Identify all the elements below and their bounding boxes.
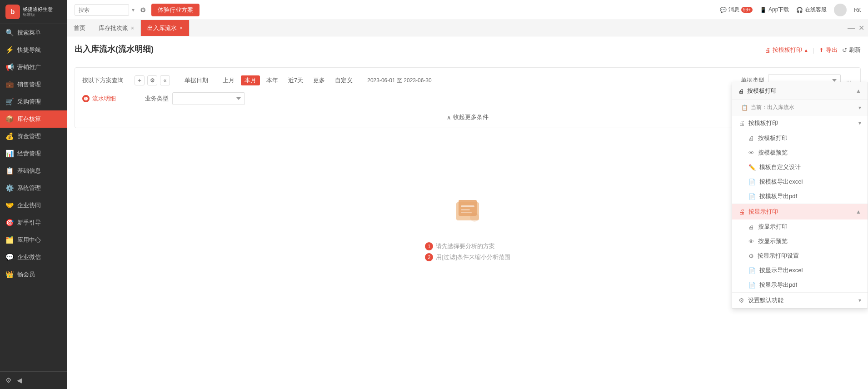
dp-display-section-label: 🖨 按显示打印 [738,208,778,216]
dp-current-icon: 📋 [741,105,748,111]
dp-display-settings-item[interactable]: ⚙ 按显示打印设置 [732,249,868,263]
topbar-search-area: ▾ [75,4,135,16]
sidebar-item-basics[interactable]: 📋基础信息 [0,162,67,180]
sidebar-item-guide[interactable]: 🎯新手引导 [0,214,67,231]
dp-footer[interactable]: ⚙ 设置默认功能 ▾ [732,293,868,308]
close-icon[interactable]: ✕ [858,24,864,32]
dp-template-excel-item[interactable]: 📄 按模板导出excel [732,175,868,189]
dp-ditem-settings-label: 按显示打印设置 [758,252,799,260]
business-type-select[interactable] [172,92,245,105]
dp-item-excel-icon: 📄 [748,179,756,185]
dp-print-icon: 🖨 [738,88,744,95]
search-input[interactable] [75,4,129,16]
sidebar-item-finance[interactable]: 💰资金管理 [0,128,67,145]
dp-template-section-label: 🖨 按模板打印 [738,119,778,127]
dp-header-chevron-icon[interactable]: ▲ [856,88,861,94]
date-btn-this-year[interactable]: 本年 [263,75,282,85]
filter-collapse-left-icon[interactable]: « [160,75,170,85]
sidebar-item-label-marketing: 营销推广 [17,63,41,71]
print-label: 按模板打印 [773,46,802,54]
dp-ditem-preview-label: 按显示预览 [758,237,788,245]
sidebar-item-operations[interactable]: 📊经营管理 [0,145,67,162]
dp-item-print-label: 按模板打印 [758,134,788,142]
marketing-icon: 📢 [5,63,14,71]
sidebar-item-enterprise[interactable]: 🤝企业协同 [0,197,67,214]
minimize-icon[interactable]: — [848,24,855,32]
filter-actions: + ⚙ « [135,75,170,85]
message-label: 消息 [728,6,739,14]
topbar-message[interactable]: 💬 消息 99+ [720,6,753,14]
topbar-online-service[interactable]: 🎧 在线客服 [796,6,827,14]
dp-footer-label: ⚙ 设置默认功能 [738,296,783,304]
svg-point-7 [470,213,479,222]
collapse-sidebar-icon[interactable]: ◀ [17,376,22,384]
avatar[interactable] [834,4,847,16]
sidebar-item-inventory[interactable]: 📦库存核算 [0,110,67,128]
dp-template-print-icon: 🖨 [738,120,745,127]
sidebar-item-marketing[interactable]: 📢营销推广 [0,59,67,76]
sales-icon: 💼 [5,80,14,89]
dp-ditem-excel-label: 按显示导出excel [759,266,803,274]
logo-text-block: 畅捷通好生意 标准版 [20,6,53,18]
empty-step-1: 1 请先选择要分析的方案 [425,242,510,250]
dp-footer-text: 设置默认功能 [748,296,783,304]
dp-title: 🖨 按模板打印 [738,87,777,95]
settings-icon[interactable]: ⚙ [5,376,11,384]
dp-display-label-text: 按显示打印 [748,208,778,216]
sidebar-item-system[interactable]: ⚙️系统管理 [0,180,67,197]
dp-template-preview-item[interactable]: 👁 按模板预览 [732,145,868,160]
date-label: 单据日期 [185,76,208,85]
sidebar-logo: b 畅捷通好生意 标准版 [0,0,67,24]
dp-display-preview-item[interactable]: 👁 按显示预览 [732,234,868,249]
step-2-text: 用[过滤]条件来缩小分析范围 [436,253,510,261]
dp-template-print-item[interactable]: 🖨 按模板打印 [732,131,868,145]
industry-btn[interactable]: 体验行业方案 [151,4,200,16]
dp-display-print-item[interactable]: 🖨 按显示打印 [732,219,868,234]
export-btn[interactable]: ⬆ 导出 [819,46,838,54]
topbar-gear-icon[interactable]: ⚙ [140,6,146,14]
sidebar-item-wechat[interactable]: 💬企业微信 [0,249,67,266]
filter-add-btn[interactable]: + [135,75,145,85]
tab-flow-close-icon[interactable]: × [180,25,183,31]
tabs-bar: 首页 库存批次账 × 出入库流水 × — ✕ [67,20,868,36]
print-icon: 🖨 [765,47,771,54]
sidebar-item-purchase[interactable]: 🛒采购管理 [0,93,67,110]
refresh-btn[interactable]: ↺ 刷新 [842,46,861,54]
sidebar-item-member[interactable]: 👑畅会员 [0,266,67,283]
print-btn[interactable]: 🖨 按模板打印 ▲ [765,46,808,54]
filter-settings-icon[interactable]: ⚙ [147,75,157,85]
search-chevron-icon[interactable]: ▾ [132,7,135,13]
username[interactable]: Rit [854,7,861,13]
sidebar-item-search[interactable]: 🔍搜索菜单 [0,24,67,41]
step-2-num: 2 [425,253,433,261]
dp-template-section-header[interactable]: 🖨 按模板打印 ▾ [732,115,868,131]
dp-display-excel-item[interactable]: 📄 按显示导出excel [732,263,868,278]
dp-display-pdf-item[interactable]: 📄 按显示导出pdf [732,278,868,292]
sidebar-item-sales[interactable]: 💼销售管理 [0,76,67,93]
tab-home[interactable]: 首页 [67,20,92,36]
operations-icon: 📊 [5,150,14,158]
tab-batch-close-icon[interactable]: × [131,25,134,31]
app-logo-icon: b [5,5,20,19]
refresh-icon: ↺ [842,47,847,54]
date-btn-more[interactable]: 更多 [309,75,329,85]
tab-flow[interactable]: 出入库流水 × [141,20,190,36]
dp-current-chevron-icon[interactable]: ▾ [858,105,861,111]
tab-batch-account[interactable]: 库存批次账 × [92,20,141,36]
date-btn-custom[interactable]: 自定义 [331,75,356,85]
step-1-num: 1 [425,242,433,250]
dp-template-custom-item[interactable]: ✏️ 模板自定义设计 [732,160,868,175]
date-btn-last-month[interactable]: 上月 [219,75,238,85]
dp-header: 🖨 按模板打印 ▲ [732,82,868,100]
message-badge: 99+ [741,7,753,13]
date-btn-7days[interactable]: 近7天 [284,75,307,85]
dp-template-pdf-item[interactable]: 📄 按模板导出pdf [732,189,868,204]
app-title: 畅捷通好生意 [23,6,53,12]
date-btn-this-month[interactable]: 本月 [241,75,260,85]
dp-display-section-header[interactable]: 🖨 按显示打印 ▲ [732,204,868,219]
dp-current-text: 当前：出入库流水 [751,104,794,111]
sidebar-item-appstore[interactable]: 🗂️应用中心 [0,231,67,249]
sidebar-item-quick-nav[interactable]: ⚡快捷导航 [0,41,67,59]
topbar-app-download[interactable]: 📱 App下载 [760,6,789,14]
date-filter-buttons: 上月 本月 本年 近7天 更多 自定义 [219,75,356,85]
